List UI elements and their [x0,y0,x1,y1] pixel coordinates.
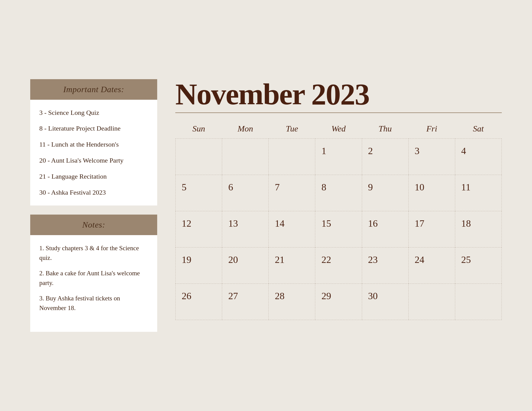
calendar-day-w5-d5: 30 [362,283,408,320]
date-item-3: 11 - Lunch at the Henderson's [39,140,148,149]
calendar-day-w1-d1 [176,138,222,175]
note-item-2: 2. Bake a cake for Aunt Lisa's welcome p… [39,269,148,288]
important-dates-section: Important Dates: 3 - Science Long Quiz 8… [30,79,157,206]
calendar-day-w3-d6: 17 [408,211,455,247]
calendar-day-w4-d6: 24 [408,247,455,283]
day-header-sat: Sat [455,119,501,139]
calendar-day-w5-d6 [408,283,455,320]
calendar-day-w4-d3: 21 [269,247,315,283]
calendar-divider [175,112,502,113]
calendar-week-3: 12131415161718 [176,211,502,247]
calendar-day-w4-d1: 19 [176,247,222,283]
main-container: Important Dates: 3 - Science Long Quiz 8… [30,67,502,344]
calendar-day-w5-d2: 27 [222,283,269,320]
calendar-grid: Sun Mon Tue Wed Thu Fri [175,119,502,320]
calendar-day-w5-d4: 29 [315,283,362,320]
date-item-2: 8 - Literature Project Deadline [39,124,148,133]
calendar-day-w3-d4: 15 [315,211,362,247]
calendar-day-w4-d4: 22 [315,247,362,283]
notes-section: Notes: 1. Study chapters 3 & 4 for the S… [30,215,157,332]
calendar-day-w1-d6: 3 [408,138,455,175]
calendar-week-1: 1234 [176,138,502,175]
note-item-3: 3. Buy Ashka festival tickets on Novembe… [39,294,148,313]
calendar-day-w1-d3 [269,138,315,175]
calendar-day-w1-d5: 2 [362,138,408,175]
calendar-day-w1-d2 [222,138,269,175]
calendar-day-w3-d3: 14 [269,211,315,247]
calendar-week-4: 19202122232425 [176,247,502,283]
calendar-day-w3-d7: 18 [455,211,501,247]
date-item-4: 20 - Aunt Lisa's Welcome Party [39,156,148,165]
calendar-day-w2-d7: 11 [455,175,501,211]
calendar-panel: November 2023 Sun Mon Tue Wed [175,79,502,320]
calendar-week-5: 2627282930 [176,283,502,320]
date-item-6: 30 - Ashka Festival 2023 [39,188,148,197]
important-dates-header: Important Dates: [30,79,157,100]
calendar-day-w2-d2: 6 [222,175,269,211]
note-item-1: 1. Study chapters 3 & 4 for the Science … [39,244,148,263]
notes-content: 1. Study chapters 3 & 4 for the Science … [30,235,157,332]
calendar-day-w3-d5: 16 [362,211,408,247]
calendar-day-w3-d2: 13 [222,211,269,247]
calendar-day-w5-d3: 28 [269,283,315,320]
calendar-header-row: Sun Mon Tue Wed Thu Fri [176,119,502,139]
calendar-day-w1-d4: 1 [315,138,362,175]
notes-header: Notes: [30,215,157,235]
important-dates-content: 3 - Science Long Quiz 8 - Literature Pro… [30,100,157,206]
date-item-5: 21 - Language Recitation [39,172,148,181]
day-header-tue: Tue [269,119,315,139]
calendar-day-w4-d5: 23 [362,247,408,283]
calendar-week-2: 567891011 [176,175,502,211]
calendar-day-w5-d7 [455,283,501,320]
calendar-day-w2-d1: 5 [176,175,222,211]
calendar-day-w2-d6: 10 [408,175,455,211]
left-panel: Important Dates: 3 - Science Long Quiz 8… [30,79,157,332]
day-header-sun: Sun [176,119,222,139]
calendar-day-w2-d3: 7 [269,175,315,211]
calendar-day-w2-d4: 8 [315,175,362,211]
calendar-day-w1-d7: 4 [455,138,501,175]
date-item-1: 3 - Science Long Quiz [39,108,148,118]
calendar-day-w4-d7: 25 [455,247,501,283]
calendar-day-w3-d1: 12 [176,211,222,247]
calendar-title: November 2023 [175,79,502,109]
calendar-day-w4-d2: 20 [222,247,269,283]
day-header-fri: Fri [408,119,455,139]
calendar-day-w2-d5: 9 [362,175,408,211]
calendar-body: 1234567891011121314151617181920212223242… [176,138,502,320]
day-header-wed: Wed [315,119,362,139]
day-header-mon: Mon [222,119,269,139]
calendar-day-w5-d1: 26 [176,283,222,320]
day-header-thu: Thu [362,119,408,139]
